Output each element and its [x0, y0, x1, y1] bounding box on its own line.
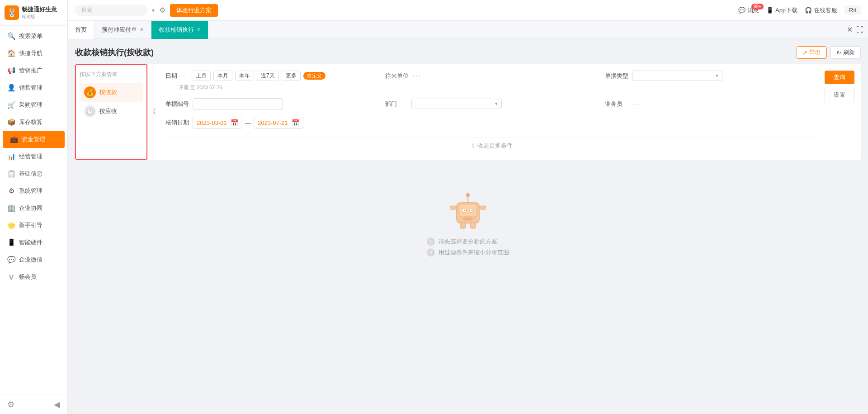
export-btn[interactable]: ↗ 导出: [797, 46, 827, 59]
sidebar-item-hardware[interactable]: 📱 智能硬件: [0, 234, 67, 251]
user-name: Rit: [849, 7, 856, 14]
sidebar-label-hardware: 智能硬件: [19, 238, 42, 247]
settings-footer-icon[interactable]: ⚙: [7, 400, 14, 409]
sidebar-item-member[interactable]: V 畅会员: [0, 268, 67, 286]
tab-home[interactable]: 首页: [68, 21, 94, 39]
filter-row-3: 核销日期 2023-03-01 📅 — 2023-07-21 📅: [165, 117, 816, 128]
by-receipt-icon: 💰: [84, 86, 96, 98]
writeoff-date-field: 核销日期 2023-03-01 📅 — 2023-07-21 📅: [165, 117, 816, 128]
doc-type-dropdown[interactable]: ▾: [632, 71, 722, 81]
collapse-more-label: 收起更多条件: [477, 142, 513, 150]
sidebar-item-quick[interactable]: 🏠 快捷导航: [0, 45, 67, 62]
empty-illustration: [441, 187, 495, 232]
filter-right-actions: 查询 设置: [825, 64, 861, 160]
sidebar-item-wechat[interactable]: 💬 企业微信: [0, 251, 67, 268]
dept-label: 部门: [385, 100, 408, 108]
sidebar-label-purchase: 采购管理: [19, 101, 42, 109]
sidebar-label-guide: 新手引导: [19, 221, 42, 229]
tab-writeoff[interactable]: 收款核销执行 ✕: [151, 21, 208, 39]
date-btn-last-month[interactable]: 上月: [192, 71, 211, 81]
search-icon: 🔍: [7, 32, 15, 40]
sidebar-item-inventory[interactable]: 📦 库存核算: [0, 114, 67, 131]
cal-start-icon: 📅: [231, 119, 238, 126]
topbar-app-download[interactable]: 📱 App下载: [766, 6, 797, 14]
by-receipt-label: 按收款: [99, 88, 117, 96]
setting-btn[interactable]: 设置: [825, 88, 854, 102]
sidebar-item-marketing[interactable]: 📢 营销推广: [0, 62, 67, 79]
sidebar-item-basic[interactable]: 📋 基础信息: [0, 165, 67, 182]
marketing-icon: 📢: [7, 67, 15, 75]
svg-rect-1: [459, 204, 477, 217]
counterpart-dots[interactable]: ···: [412, 72, 421, 80]
topbar-user[interactable]: Rit: [844, 5, 861, 15]
topbar-msg[interactable]: 💬 消息 99+: [738, 6, 759, 14]
step-2-num: 2: [427, 248, 435, 257]
industry-btn[interactable]: 体验行业方案: [170, 4, 218, 17]
sales-icon: 👤: [7, 84, 15, 92]
sidebar-item-business[interactable]: 📊 经营管理: [0, 148, 67, 165]
doc-type-label: 单据类型: [605, 72, 628, 80]
doc-number-input[interactable]: [193, 98, 283, 109]
finance-icon: 💼: [10, 135, 18, 143]
writeoff-date-end[interactable]: 2023-07-21 📅: [254, 117, 303, 128]
main-area: 搜索 ▾ ⚙ 体验行业方案 💬 消息 99+ 📱 App下载 🎧 在线客服 Ri…: [68, 0, 868, 414]
topbar-chevron-icon[interactable]: ▾: [152, 7, 155, 14]
svg-rect-10: [450, 206, 456, 209]
query-btn[interactable]: 查询: [825, 71, 854, 84]
counterpart-label: 往来单位: [385, 72, 409, 80]
svg-rect-12: [463, 218, 472, 220]
date-btn-this-month[interactable]: 本月: [213, 71, 232, 81]
sidebar-item-search[interactable]: 🔍 搜索菜单: [0, 28, 67, 45]
date-separator: —: [245, 119, 251, 126]
svg-point-5: [471, 209, 473, 211]
msg-icon: 💬: [738, 7, 745, 14]
empty-state: 1 请先选择要分析的方案 2 用过滤条件来缩小分析范围: [75, 160, 861, 275]
refresh-btn[interactable]: ↻ 刷新: [830, 46, 861, 59]
sidebar-nav: 🔍 搜索菜单 🏠 快捷导航 📢 营销推广 👤 销售管理 🛒 采购管理 📦 库存核…: [0, 26, 67, 395]
content-area: 收款核销执行(按收款) ↗ 导出 ↻ 刷新 按以下方案查询 💰 按收款: [68, 39, 868, 414]
sidebar-item-finance[interactable]: 💼 资金管理: [3, 131, 65, 148]
dept-dropdown[interactable]: ▾: [411, 99, 502, 109]
tab-expand-btn[interactable]: ⛶: [856, 25, 863, 34]
staff-field: 业务员 ···: [605, 100, 816, 108]
filter-row-2: 单据编号 部门 ▾ 业务员 ···: [165, 98, 816, 109]
tab-close-btn[interactable]: ✕: [847, 25, 853, 34]
topbar-search-box: 搜索: [75, 5, 147, 16]
sidebar-item-sales[interactable]: 👤 销售管理: [0, 79, 67, 96]
date-btn-more[interactable]: 更多: [282, 71, 301, 81]
tab-prepay[interactable]: 预付冲应付单 ✕: [94, 21, 151, 39]
sidebar-item-system[interactable]: ⚙ 系统管理: [0, 182, 67, 200]
collapse-sidebar-icon[interactable]: ◀: [54, 400, 60, 409]
basic-icon: 📋: [7, 170, 15, 178]
collapse-more-btn[interactable]: 《 收起更多条件: [165, 138, 816, 153]
filter-option-by-receipt[interactable]: 💰 按收款: [80, 83, 143, 102]
sidebar-item-enterprise[interactable]: 🏢 企业协同: [0, 200, 67, 217]
export-icon: ↗: [802, 49, 807, 56]
date-btn-this-year[interactable]: 本年: [235, 71, 254, 81]
page-actions: ↗ 导出 ↻ 刷新: [797, 46, 861, 59]
tab-prepay-close[interactable]: ✕: [140, 27, 144, 33]
filter-collapse-btn[interactable]: 《: [147, 64, 156, 160]
sidebar-item-purchase[interactable]: 🛒 采购管理: [0, 96, 67, 114]
sidebar-label-sales: 销售管理: [19, 84, 42, 92]
filter-row-1: 日期 上月 本月 本年 近7天 更多 自定义 往来单位 ···: [165, 71, 816, 81]
topbar-online-service[interactable]: 🎧 在线客服: [805, 6, 837, 14]
app-edition: 标准版: [22, 14, 57, 19]
date-custom-badge[interactable]: 自定义: [303, 72, 326, 80]
inventory-icon: 📦: [7, 118, 15, 126]
staff-dots[interactable]: ···: [631, 100, 640, 108]
topbar-gear-icon[interactable]: ⚙: [159, 6, 165, 14]
filter-option-by-receivable[interactable]: 🕐 按应收: [80, 102, 143, 121]
date-btn-7days[interactable]: 近7天: [257, 71, 279, 81]
export-label: 导出: [809, 48, 821, 57]
empty-hint-2: 2 用过滤条件来缩小分析范围: [427, 248, 509, 257]
tab-writeoff-close[interactable]: ✕: [197, 27, 201, 33]
writeoff-date-start[interactable]: 2023-03-01 📅: [193, 117, 242, 128]
sidebar-label-member: 畅会员: [19, 273, 37, 281]
page-title: 收款核销执行(按收款): [75, 47, 154, 58]
date-label: 日期: [165, 72, 188, 80]
writeoff-end-value: 2023-07-21: [258, 119, 288, 126]
tab-bar: 首页 预付冲应付单 ✕ 收款核销执行 ✕ ✕ ⛶: [68, 21, 868, 39]
by-receivable-icon: 🕐: [84, 105, 96, 117]
sidebar-item-guide[interactable]: 🌟 新手引导: [0, 217, 67, 234]
